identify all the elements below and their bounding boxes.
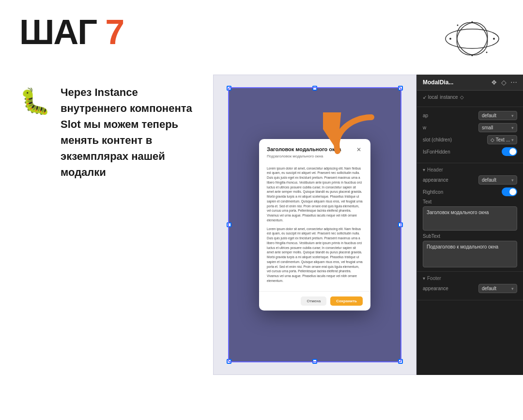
svg-point-7 <box>457 25 459 26</box>
component-header: ModalDia... ❖ ◇ ⋯ <box>417 75 523 91</box>
diamond-small-icon: ◇ <box>491 137 494 142</box>
step-title: ШАГ 7 <box>19 15 123 49</box>
appearance-label: ap <box>423 113 428 118</box>
footer-appearance-value: default <box>482 286 496 291</box>
slot-chevron-icon: ▾ <box>511 138 514 142</box>
detach-icon[interactable]: ◇ <box>501 78 507 86</box>
isfon-row: IsFonHidden <box>423 147 517 156</box>
header-appearance-value: default <box>482 177 496 183</box>
handle-bm[interactable] <box>312 359 317 364</box>
footer-appearance-label: appearance <box>423 286 448 291</box>
slot-label: slot (children) <box>423 137 452 142</box>
modal-dialog: Заголовок модального окна Подзаголовок м… <box>259 139 370 310</box>
save-button[interactable]: Сохранить <box>330 296 363 306</box>
step-number: 7 <box>105 13 123 51</box>
right-panel: ModalDia... ❖ ◇ ⋯ ↙ local instance ◇ ap <box>416 75 523 375</box>
subtext-prop-label: SubText <box>423 233 517 239</box>
slot-row: slot (children) ◇ Text ... ▾ <box>423 135 517 144</box>
footer-appearance-row: appearance default ▾ <box>423 284 517 293</box>
instance-label: ↙ local instance ◇ <box>423 94 517 100</box>
modal-body: Lorem ipsum dolor sit amet, consectetur … <box>259 162 370 291</box>
width-value: small <box>482 125 493 130</box>
diamond-icon: ◇ <box>460 94 464 100</box>
cancel-button[interactable]: Отмена <box>301 296 326 306</box>
props-section: ap default ▾ w small ▾ slot (children) ◇ <box>417 107 523 163</box>
svg-point-5 <box>471 21 473 23</box>
text-prop-label: Text <box>423 199 517 204</box>
modal-footer: Отмена Сохранить <box>259 291 370 311</box>
header-appearance-dropdown[interactable]: default ▾ <box>478 175 517 185</box>
component-name: ModalDia... <box>423 79 453 86</box>
description-text: Через Instance внутреннего компонента Sl… <box>61 84 199 180</box>
width-dropdown[interactable]: small ▾ <box>478 123 517 132</box>
orbit-logo <box>441 15 504 60</box>
component-icon[interactable]: ❖ <box>491 78 497 86</box>
appearance-dropdown[interactable]: default ▾ <box>478 111 517 120</box>
slot-text: Text ... <box>496 137 510 142</box>
more-options-icon[interactable]: ⋯ <box>510 78 517 86</box>
chevron-icon: ▾ <box>511 113 514 118</box>
orange-arrow <box>323 112 381 163</box>
handle-tr[interactable] <box>398 86 403 91</box>
svg-point-3 <box>449 38 451 40</box>
appearance-row: ap default ▾ <box>423 111 517 120</box>
handle-bl[interactable] <box>227 359 231 364</box>
instance-value: instance <box>440 94 458 100</box>
svg-point-4 <box>493 38 495 40</box>
header-chevron-icon: ▾ <box>511 178 514 183</box>
modal-preview: Заголовок модального окна Подзаголовок м… <box>228 87 401 362</box>
isfon-toggle[interactable] <box>502 147 517 156</box>
svg-point-0 <box>446 29 499 48</box>
modal-body-text-2: Lorem ipsum dolor sit amet, consectetur … <box>267 227 363 283</box>
header-section: Header appearance default ▾ RightIcon Te… <box>417 163 523 272</box>
handle-tm[interactable] <box>312 86 317 91</box>
caterpillar-icon: 🐛 <box>19 87 51 116</box>
left-panel: 🐛 Через Instance внутреннего компонента … <box>0 75 213 375</box>
figma-canvas: Заголовок модального окна Подзаголовок м… <box>213 75 416 375</box>
footer-section: Footer appearance default ▾ <box>417 272 523 300</box>
righticon-row: RightIcon <box>423 187 517 196</box>
header-section-label[interactable]: Header <box>423 167 517 172</box>
text-prop-value[interactable]: Заголовок модального окна <box>423 206 517 231</box>
instance-section: ↙ local instance ◇ <box>417 91 523 107</box>
svg-point-6 <box>471 54 473 56</box>
subtext-prop-value[interactable]: Подзаголово к модального окна <box>423 241 517 267</box>
footer-appearance-dropdown[interactable]: default ▾ <box>478 284 517 293</box>
appearance-value: default <box>482 113 496 118</box>
footer-chevron-icon: ▾ <box>511 286 514 291</box>
width-label: w <box>423 125 426 130</box>
step-prefix: ШАГ <box>19 13 96 51</box>
header-appearance-row: appearance default ▾ <box>423 175 517 185</box>
handle-mr[interactable] <box>398 222 403 227</box>
chevron-down-icon: ▾ <box>511 125 514 130</box>
handle-ml[interactable] <box>227 222 231 227</box>
handle-tl[interactable] <box>227 86 231 91</box>
header-appearance-label: appearance <box>423 177 448 183</box>
isfon-label: IsFonHidden <box>423 149 450 155</box>
slot-value[interactable]: ◇ Text ... ▾ <box>487 135 517 144</box>
local-instance-text: ↙ local <box>423 94 438 100</box>
righticon-label: RightIcon <box>423 189 443 195</box>
width-row: w small ▾ <box>423 123 517 132</box>
handle-br[interactable] <box>398 359 403 364</box>
svg-point-8 <box>486 52 488 53</box>
footer-section-label[interactable]: Footer <box>423 276 517 281</box>
header: ШАГ 7 <box>0 0 523 70</box>
righticon-toggle[interactable] <box>502 187 517 196</box>
modal-body-text-1: Lorem ipsum dolor sit amet, consectetur … <box>267 166 363 223</box>
main-content: 🐛 Через Instance внутреннего компонента … <box>0 70 523 375</box>
top-icons: ❖ ◇ ⋯ <box>491 78 517 86</box>
